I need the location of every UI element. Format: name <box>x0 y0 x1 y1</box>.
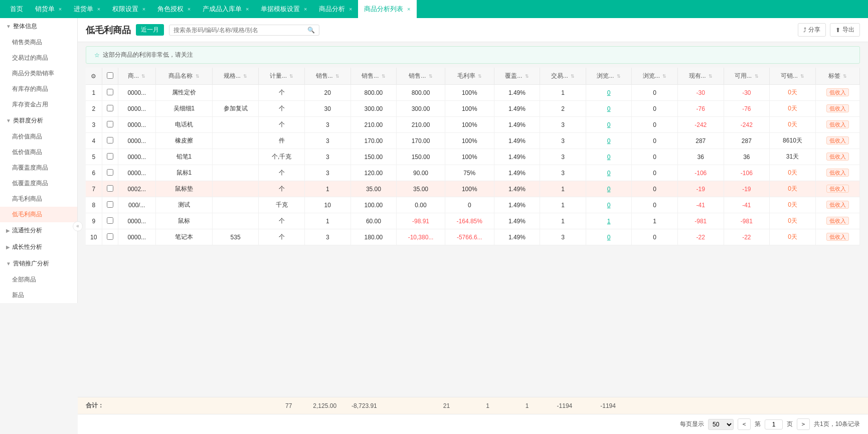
sidebar-item-inventory-capital[interactable]: 库存资金占用 <box>0 97 77 112</box>
nav-permissions[interactable]: 权限设置 × <box>106 0 151 18</box>
sort-unit-icon[interactable]: ⇅ <box>289 74 293 79</box>
sidebar-item-in-stock-products[interactable]: 有库存的商品 <box>0 81 77 97</box>
sidebar-group-overall[interactable]: ▼ 整体信息 <box>0 18 77 35</box>
cell-view1[interactable]: 0 <box>586 149 632 165</box>
sort-current-stock-icon[interactable]: ⇅ <box>709 74 713 79</box>
sidebar-item-all-products[interactable]: 全部商品 <box>0 272 77 287</box>
row-checkbox-1[interactable] <box>107 105 113 111</box>
col-spec: 规格... ⇅ <box>212 68 259 85</box>
export-button[interactable]: ⬆ 导出 <box>830 23 860 37</box>
row-checkbox-2[interactable] <box>107 121 113 127</box>
sidebar-item-high-coverage[interactable]: 高覆盖度商品 <box>0 160 77 176</box>
search-input[interactable] <box>173 27 307 34</box>
sort-tag-icon[interactable]: ⇅ <box>843 74 847 79</box>
sort-sellable-days-icon[interactable]: ⇅ <box>800 74 804 79</box>
search-icon[interactable]: 🔍 <box>307 27 315 34</box>
cell-available-stock: -41 <box>724 197 770 213</box>
nav-sales-close[interactable]: × <box>59 6 62 12</box>
sidebar-item-low-margin[interactable]: 低毛利商品 <box>0 207 77 222</box>
sort-spec-icon[interactable]: ⇅ <box>243 74 247 79</box>
cell-checkbox[interactable] <box>102 229 118 245</box>
cell-view1[interactable]: 0 <box>586 229 632 245</box>
next-page-button[interactable]: ＞ <box>797 418 810 430</box>
nav-purchase-close[interactable]: × <box>97 6 100 12</box>
page-number-input[interactable] <box>765 419 783 429</box>
nav-sales[interactable]: 销货单 × <box>29 0 68 18</box>
cell-checkbox[interactable] <box>102 149 118 165</box>
select-all-checkbox[interactable] <box>107 72 113 79</box>
cell-checkbox[interactable] <box>102 197 118 213</box>
nav-template-settings[interactable]: 单据模板设置 × <box>255 0 313 18</box>
cell-view1[interactable]: 0 <box>586 85 632 101</box>
row-checkbox-9[interactable] <box>107 233 113 240</box>
tag-badge: 低收入 <box>826 153 849 161</box>
cell-current-stock: -106 <box>677 165 724 181</box>
nav-product-analysis-list[interactable]: 商品分析列表 × <box>358 0 416 18</box>
sidebar-collapse-button[interactable]: « <box>73 221 83 231</box>
nav-product-entry-close[interactable]: × <box>246 6 249 12</box>
nav-product-analysis[interactable]: 商品分析 × <box>313 0 358 18</box>
sort-code-icon[interactable]: ⇅ <box>141 74 145 79</box>
share-button[interactable]: ⤴ 分享 <box>798 23 826 37</box>
cell-checkbox[interactable] <box>102 165 118 181</box>
cell-view1[interactable]: 0 <box>586 117 632 133</box>
cell-checkbox[interactable] <box>102 133 118 149</box>
sort-sales-profit-icon[interactable]: ⇅ <box>429 74 433 79</box>
sidebar-item-new-products[interactable]: 新品 <box>0 287 77 303</box>
nav-purchase[interactable]: 进货单 × <box>68 0 106 18</box>
nav-home[interactable]: 首页 <box>4 0 29 18</box>
cell-view1[interactable]: 0 <box>586 165 632 181</box>
sidebar-item-high-value[interactable]: 高价值商品 <box>0 129 77 144</box>
cell-view1[interactable]: 0 <box>586 181 632 197</box>
sort-view1-icon[interactable]: ⇅ <box>617 74 621 79</box>
cell-checkbox[interactable] <box>102 101 118 117</box>
sort-coverage-icon[interactable]: ⇅ <box>525 74 529 79</box>
sort-view2-icon[interactable]: ⇅ <box>662 74 666 79</box>
nav-product-analysis-list-close[interactable]: × <box>407 6 410 12</box>
sort-gross-margin-icon[interactable]: ⇅ <box>478 74 482 79</box>
cell-view1[interactable]: 0 <box>586 101 632 117</box>
sidebar-item-high-margin[interactable]: 高毛利商品 <box>0 191 77 207</box>
row-checkbox-7[interactable] <box>107 201 113 208</box>
row-checkbox-5[interactable] <box>107 169 113 176</box>
date-filter-button[interactable]: 近一月 <box>136 24 164 36</box>
row-checkbox-8[interactable] <box>107 217 113 224</box>
cell-view1[interactable]: 0 <box>586 133 632 149</box>
cell-sales-profit: 800.00 <box>397 85 445 101</box>
sidebar-item-low-value[interactable]: 低价值商品 <box>0 144 77 160</box>
cell-checkbox[interactable] <box>102 213 118 229</box>
cell-checkbox[interactable] <box>102 117 118 133</box>
sidebar-group-growth[interactable]: ▶ 成长性分析 <box>0 239 77 255</box>
row-checkbox-0[interactable] <box>107 89 113 95</box>
sort-name-icon[interactable]: ⇅ <box>196 74 200 79</box>
nav-template-settings-close[interactable]: × <box>304 6 307 12</box>
sidebar-item-low-coverage[interactable]: 低覆盖度商品 <box>0 176 77 191</box>
sidebar-group-cluster[interactable]: ▼ 类群度分析 <box>0 112 77 129</box>
cell-view1[interactable]: 0 <box>586 197 632 213</box>
cell-checkbox[interactable] <box>102 85 118 101</box>
sidebar-group-circulation[interactable]: ▶ 流通性分析 <box>0 222 77 239</box>
cell-coverage: 1.49% <box>494 229 540 245</box>
nav-roles-close[interactable]: × <box>188 6 191 12</box>
cell-checkbox[interactable] <box>102 181 118 197</box>
sidebar-item-sales-products[interactable]: 销售类商品 <box>0 35 77 50</box>
sort-trade-icon[interactable]: ⇅ <box>571 74 575 79</box>
nav-roles[interactable]: 角色授权 × <box>151 0 197 18</box>
row-checkbox-3[interactable] <box>107 137 113 143</box>
sort-sales-qty-icon[interactable]: ⇅ <box>335 74 339 79</box>
sort-available-stock-icon[interactable]: ⇅ <box>755 74 759 79</box>
sidebar-group-marketing[interactable]: ▼ 营销推广分析 <box>0 255 77 272</box>
sidebar-item-category-sales-rate[interactable]: 商品分类助销率 <box>0 66 77 81</box>
nav-permissions-close[interactable]: × <box>142 6 145 12</box>
cell-view1[interactable]: 1 <box>586 213 632 229</box>
total-pages-label: 共1页，10条记录 <box>814 420 860 428</box>
per-page-select[interactable]: 50 100 200 <box>708 419 734 430</box>
sidebar-item-traded-products[interactable]: 交易过的商品 <box>0 50 77 66</box>
row-checkbox-6[interactable] <box>107 185 113 192</box>
nav-product-analysis-close[interactable]: × <box>349 6 352 12</box>
sort-sales-price-icon[interactable]: ⇅ <box>382 74 386 79</box>
col-config[interactable]: ⚙ <box>86 68 102 85</box>
prev-page-button[interactable]: ＜ <box>738 418 751 430</box>
nav-product-entry[interactable]: 产成品入库单 × <box>197 0 255 18</box>
row-checkbox-4[interactable] <box>107 153 113 160</box>
